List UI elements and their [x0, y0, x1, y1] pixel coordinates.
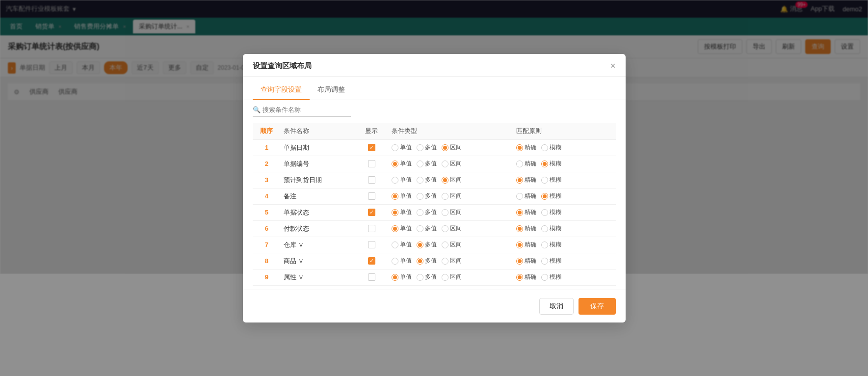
row-show[interactable] — [355, 139, 389, 156]
type-radio-type_range[interactable]: 区间 — [442, 273, 462, 274]
type-radio-type_multi[interactable]: 多值 — [417, 143, 437, 152]
modal-tab-layout[interactable]: 布局调整 — [310, 82, 353, 100]
row-show[interactable] — [355, 269, 389, 274]
show-checkbox[interactable] — [368, 225, 375, 232]
type-radio-type_range[interactable]: 区间 — [442, 160, 462, 168]
match-radio-match_fuzzy[interactable]: 模糊 — [541, 241, 561, 249]
settings-modal: 设置查询区域布局 × 查询字段设置 布局调整 🔍 顺序 条件名称 — [243, 54, 626, 274]
match-radio-match_fuzzy[interactable]: 模糊 — [541, 257, 561, 265]
match-radio-match_exact[interactable]: 精确 — [516, 160, 536, 168]
match-radio-match_fuzzy[interactable]: 模糊 — [541, 224, 561, 233]
table-row: 7仓库 ∨单值多值区间精确模糊 — [253, 237, 616, 253]
type-radio-type_single[interactable]: 单值 — [392, 224, 412, 233]
show-checkbox[interactable] — [368, 160, 375, 167]
row-match[interactable]: 精确模糊 — [513, 237, 615, 253]
type-radio-type_single[interactable]: 单值 — [392, 160, 412, 168]
type-radio-type_multi[interactable]: 多值 — [417, 208, 437, 216]
row-name: 仓库 ∨ — [281, 237, 354, 253]
type-radio-type_multi[interactable]: 多值 — [417, 273, 437, 274]
type-radio-type_range[interactable]: 区间 — [442, 192, 462, 200]
type-radio-type_multi[interactable]: 多值 — [417, 241, 437, 249]
row-show[interactable] — [355, 188, 389, 204]
row-match[interactable]: 精确模糊 — [513, 172, 615, 188]
row-match[interactable]: 精确模糊 — [513, 188, 615, 204]
match-radio-match_exact[interactable]: 精确 — [516, 143, 536, 152]
match-radio-match_exact[interactable]: 精确 — [516, 176, 536, 184]
row-type[interactable]: 单值多值区间 — [389, 188, 513, 204]
modal-tabs: 查询字段设置 布局调整 — [243, 77, 626, 100]
type-radio-type_multi[interactable]: 多值 — [417, 257, 437, 265]
row-match[interactable]: 精确模糊 — [513, 220, 615, 237]
type-radio-type_single[interactable]: 单值 — [392, 241, 412, 249]
row-match[interactable]: 精确模糊 — [513, 253, 615, 269]
row-type[interactable]: 单值多值区间 — [389, 139, 513, 156]
type-radio-type_range[interactable]: 区间 — [442, 224, 462, 233]
type-radio-type_range[interactable]: 区间 — [442, 257, 462, 265]
type-radio-type_single[interactable]: 单值 — [392, 176, 412, 184]
type-radio-type_single[interactable]: 单值 — [392, 192, 412, 200]
modal-close-btn[interactable]: × — [610, 61, 616, 71]
row-type[interactable]: 单值多值区间 — [389, 204, 513, 220]
row-type[interactable]: 单值多值区间 — [389, 269, 513, 274]
show-checkbox[interactable] — [368, 241, 375, 248]
row-match[interactable]: 精确模糊 — [513, 269, 615, 274]
match-radio-match_exact[interactable]: 精确 — [516, 273, 536, 274]
search-input[interactable] — [263, 106, 341, 113]
row-show[interactable] — [355, 204, 389, 220]
show-checkbox[interactable] — [368, 176, 375, 184]
show-checkbox[interactable] — [368, 144, 375, 151]
type-radio-type_range[interactable]: 区间 — [442, 241, 462, 249]
match-radio-match_fuzzy[interactable]: 模糊 — [541, 273, 561, 274]
match-radio-match_fuzzy[interactable]: 模糊 — [541, 192, 561, 200]
match-radio-match_fuzzy[interactable]: 模糊 — [541, 160, 561, 168]
table-row: 3预计到货日期单值多值区间精确模糊 — [253, 172, 616, 188]
type-radio-type_multi[interactable]: 多值 — [417, 192, 437, 200]
row-order: 9 — [253, 269, 281, 274]
show-checkbox[interactable] — [368, 257, 375, 265]
show-checkbox[interactable] — [368, 273, 375, 274]
match-radio-match_fuzzy[interactable]: 模糊 — [541, 176, 561, 184]
show-checkbox[interactable] — [368, 192, 375, 200]
type-radio-type_range[interactable]: 区间 — [442, 176, 462, 184]
type-radio-type_multi[interactable]: 多值 — [417, 176, 437, 184]
table-row: 4备注单值多值区间精确模糊 — [253, 188, 616, 204]
type-radio-type_single[interactable]: 单值 — [392, 257, 412, 265]
row-type[interactable]: 单值多值区间 — [389, 237, 513, 253]
row-order: 6 — [253, 220, 281, 237]
row-match[interactable]: 精确模糊 — [513, 204, 615, 220]
row-match[interactable]: 精确模糊 — [513, 139, 615, 156]
row-show[interactable] — [355, 237, 389, 253]
row-order: 5 — [253, 204, 281, 220]
match-radio-match_exact[interactable]: 精确 — [516, 224, 536, 233]
type-radio-type_range[interactable]: 区间 — [442, 208, 462, 216]
type-radio-type_single[interactable]: 单值 — [392, 143, 412, 152]
row-type[interactable]: 单值多值区间 — [389, 253, 513, 269]
show-checkbox[interactable] — [368, 209, 375, 216]
match-radio-match_exact[interactable]: 精确 — [516, 208, 536, 216]
type-radio-type_range[interactable]: 区间 — [442, 143, 462, 152]
row-show[interactable] — [355, 253, 389, 269]
row-type[interactable]: 单值多值区间 — [389, 172, 513, 188]
type-radio-type_single[interactable]: 单值 — [392, 273, 412, 274]
row-type[interactable]: 单值多值区间 — [389, 156, 513, 172]
row-show[interactable] — [355, 220, 389, 237]
match-radio-match_exact[interactable]: 精确 — [516, 192, 536, 200]
match-radio-match_exact[interactable]: 精确 — [516, 257, 536, 265]
row-type[interactable]: 单值多值区间 — [389, 220, 513, 237]
table-row: 2单据编号单值多值区间精确模糊 — [253, 156, 616, 172]
row-order: 1 — [253, 139, 281, 156]
row-order: 8 — [253, 253, 281, 269]
match-radio-match_fuzzy[interactable]: 模糊 — [541, 208, 561, 216]
modal-tab-fields[interactable]: 查询字段设置 — [253, 82, 310, 100]
match-radio-match_fuzzy[interactable]: 模糊 — [541, 143, 561, 152]
row-show[interactable] — [355, 172, 389, 188]
table-row: 5单据状态单值多值区间精确模糊 — [253, 204, 616, 220]
type-radio-type_multi[interactable]: 多值 — [417, 160, 437, 168]
type-radio-type_multi[interactable]: 多值 — [417, 224, 437, 233]
th-order: 顺序 — [253, 123, 281, 140]
match-radio-match_exact[interactable]: 精确 — [516, 241, 536, 249]
type-radio-type_single[interactable]: 单值 — [392, 208, 412, 216]
row-match[interactable]: 精确模糊 — [513, 156, 615, 172]
row-order: 4 — [253, 188, 281, 204]
row-show[interactable] — [355, 156, 389, 172]
